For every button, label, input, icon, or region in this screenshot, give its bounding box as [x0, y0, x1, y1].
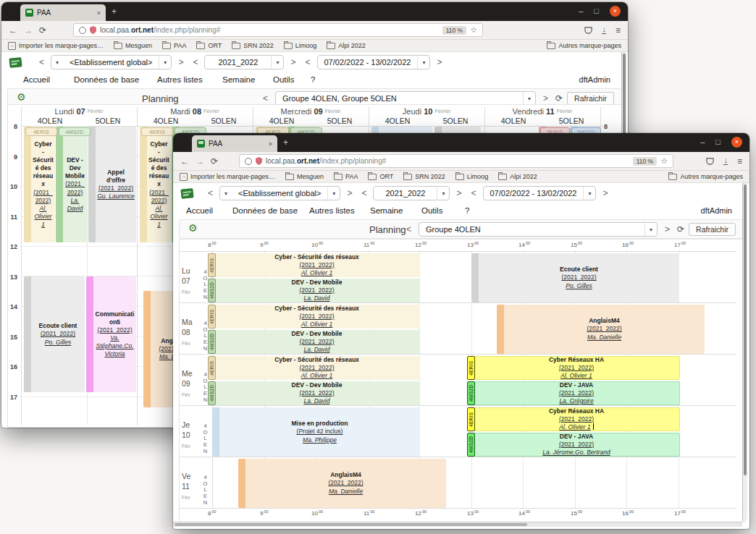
- caret-down-icon[interactable]: ▾: [583, 187, 595, 200]
- zoom-badge[interactable]: 110 %: [633, 157, 657, 166]
- bookmark-item[interactable]: ORT: [196, 42, 222, 49]
- establishment-next[interactable]: >: [175, 57, 186, 67]
- tab-close-icon[interactable]: ×: [97, 9, 101, 17]
- event-cyber-securite[interactable]: Cyber - Sécurité des réseaux(2021_2022)A…: [212, 356, 420, 380]
- event-appel-offre[interactable]: Appel d'offre(2021_2022)Gu. Laurence: [88, 127, 136, 242]
- week-select[interactable]: 07/02/2022 - 13/02/2022 ▾: [317, 55, 431, 69]
- menu-icon[interactable]: ≡: [737, 156, 742, 166]
- group-select[interactable]: Groupe 4OLEN ▾: [419, 222, 658, 237]
- establishment-next[interactable]: >: [344, 188, 355, 198]
- import-bookmarks-item[interactable]: →Importer les marque-pages…: [8, 42, 104, 50]
- tag-4ms2d[interactable]: 4MS2D: [208, 279, 216, 302]
- url-bar[interactable]: local.paa.ort.net/index.php/planning# 11…: [239, 154, 673, 168]
- nav-donnees-de-base[interactable]: Données de base: [232, 206, 298, 215]
- shield-icon[interactable]: [256, 157, 262, 165]
- event-dev-mobile[interactable]: DEV - Dev Mobile(2021_2022)La. David: [212, 279, 420, 302]
- back-icon[interactable]: ←: [9, 26, 17, 35]
- maximize-button[interactable]: □: [715, 138, 721, 146]
- bookmark-item[interactable]: PAA: [334, 173, 358, 180]
- week-prev[interactable]: <: [302, 57, 313, 67]
- week-select[interactable]: 07/02/2022 - 13/02/2022 ▾: [483, 186, 597, 200]
- event-dev-java[interactable]: DEV - JAVA(2021_2022)La. Jérome,Go. Bert…: [471, 433, 680, 457]
- establishment-prev[interactable]: <: [205, 188, 216, 198]
- tag-4eris[interactable]: 4ERIS: [467, 407, 475, 431]
- group-select[interactable]: Groupe 4OLEN, Groupe 5OLEN ▾: [275, 91, 536, 106]
- maximize-button[interactable]: □: [594, 7, 599, 15]
- bookmark-item[interactable]: PAA: [162, 42, 186, 49]
- caret-down-icon[interactable]: ▾: [644, 223, 657, 236]
- event-cyber-securite[interactable]: Cyber - Sécurité des réseaux(2021_2022)A…: [140, 127, 171, 242]
- nav-outils[interactable]: Outils: [421, 206, 442, 215]
- reload-icon[interactable]: ⟳: [211, 157, 218, 166]
- minimize-button[interactable]: –: [579, 7, 583, 15]
- new-tab-button[interactable]: +: [283, 137, 288, 148]
- caret-down-icon[interactable]: ▾: [437, 187, 449, 200]
- nav-accueil[interactable]: Accueil: [23, 75, 50, 84]
- event-cyber-reseaux-ha[interactable]: Cyber Réseaux HA(2021_2022)Al. Olivier 1: [471, 407, 680, 431]
- year-select[interactable]: 2021_2022 ▾: [204, 55, 284, 69]
- event-ecoute-client[interactable]: Ecoute client(2021_2022)Po. Gilles: [24, 276, 85, 392]
- group-5olen[interactable]: 5OLEN: [79, 116, 137, 125]
- nav-semaine[interactable]: Semaine: [222, 75, 255, 84]
- caret-down-icon[interactable]: ▾: [159, 56, 171, 69]
- event-mise-en-production[interactable]: Mise en production(Projet 42 inclus)Ma. …: [212, 407, 420, 457]
- back-icon[interactable]: ←: [180, 157, 189, 166]
- other-bookmarks[interactable]: Autres marque-pages: [547, 42, 621, 49]
- bookmark-item[interactable]: SRN 2022: [232, 42, 274, 49]
- forward-icon[interactable]: →: [24, 26, 33, 35]
- download-icon[interactable]: ↓: [723, 157, 728, 165]
- nav-outils[interactable]: Outils: [273, 75, 294, 84]
- year-select[interactable]: 2021_2022 ▾: [373, 186, 450, 200]
- new-tab-button[interactable]: +: [112, 7, 117, 17]
- tag-4eris[interactable]: 4ERIS: [208, 356, 216, 380]
- group-next[interactable]: >: [540, 93, 551, 103]
- establishment-select[interactable]: ▾ <Etablissement global> ▾: [51, 55, 172, 69]
- bookmark-item[interactable]: ORT: [368, 173, 393, 180]
- event-ecoute-client[interactable]: Ecoute client(2021_2022)Po. Gilles: [471, 253, 679, 302]
- year-prev[interactable]: <: [190, 57, 201, 67]
- tag-4eris[interactable]: 4ERIS: [467, 356, 475, 380]
- refresh-icon[interactable]: ⟳: [555, 93, 563, 103]
- user-label[interactable]: dftAdmin: [579, 75, 610, 84]
- bookmark-item[interactable]: Mesguen: [114, 42, 152, 49]
- bookmark-item[interactable]: Mesguen: [285, 173, 324, 180]
- nav-autres-listes[interactable]: Autres listes: [157, 75, 203, 84]
- group-next[interactable]: >: [662, 224, 673, 234]
- event-dev-mobile[interactable]: DEV - Dev Mobile(2021_2022)La. David: [212, 330, 420, 354]
- establishment-select[interactable]: ▾ <Etablissement global> ▾: [219, 186, 340, 200]
- tab-close-icon[interactable]: ×: [269, 140, 272, 148]
- pocket-icon[interactable]: [706, 157, 714, 165]
- tag-4ms2d[interactable]: 4MS2D: [208, 330, 216, 354]
- tag-4ms2d[interactable]: 4MS2D: [208, 381, 216, 405]
- tag-4eris[interactable]: 4ERIS: [208, 305, 216, 329]
- week-next[interactable]: >: [434, 57, 445, 67]
- week-prev[interactable]: <: [468, 188, 479, 198]
- tag-4eris[interactable]: 4ERIS: [25, 127, 57, 136]
- event-anglais-m4[interactable]: AnglaisM4(2021_2022)Ma. Danielle: [497, 305, 705, 354]
- browser-tab[interactable]: PAA ×: [20, 4, 106, 21]
- gear-icon[interactable]: ⚙: [17, 92, 26, 102]
- minimize-button[interactable]: –: [700, 138, 705, 146]
- refresh-button[interactable]: Rafraichir: [689, 223, 736, 236]
- close-button[interactable]: ×: [731, 137, 742, 148]
- nav-help[interactable]: ?: [465, 206, 469, 215]
- caret-down-icon[interactable]: ▾: [523, 92, 535, 105]
- establishment-prev[interactable]: <: [36, 57, 47, 67]
- shield-icon[interactable]: [90, 26, 96, 34]
- bookmark-star-icon[interactable]: ☆: [470, 25, 477, 35]
- bookmark-item[interactable]: Alpi 2022: [327, 42, 366, 49]
- bookmark-item[interactable]: SRN 2022: [403, 173, 445, 180]
- event-dev-java[interactable]: DEV - JAVA(2021_2022)La. Grégoire: [471, 381, 680, 405]
- nav-semaine[interactable]: Semaine: [370, 206, 403, 215]
- download-icon[interactable]: ↓: [602, 26, 606, 34]
- nav-accueil[interactable]: Accueil: [186, 206, 213, 215]
- tag-4ms2d[interactable]: 4MS2D: [59, 127, 91, 136]
- bookmark-item[interactable]: Limoog: [455, 173, 489, 180]
- nav-donnees-de-base[interactable]: Données de base: [74, 75, 139, 84]
- bookmark-star-icon[interactable]: ☆: [660, 156, 668, 166]
- group-prev[interactable]: <: [403, 224, 414, 234]
- event-cyber-reseaux-ha[interactable]: Cyber Réseaux HA(2021_2022)Al. Olivier 1: [471, 356, 680, 380]
- gear-icon[interactable]: ⚙: [188, 223, 198, 233]
- titlebar[interactable]: PAA × + – □ ×: [1, 2, 628, 21]
- caret-down-icon[interactable]: ▾: [327, 187, 340, 200]
